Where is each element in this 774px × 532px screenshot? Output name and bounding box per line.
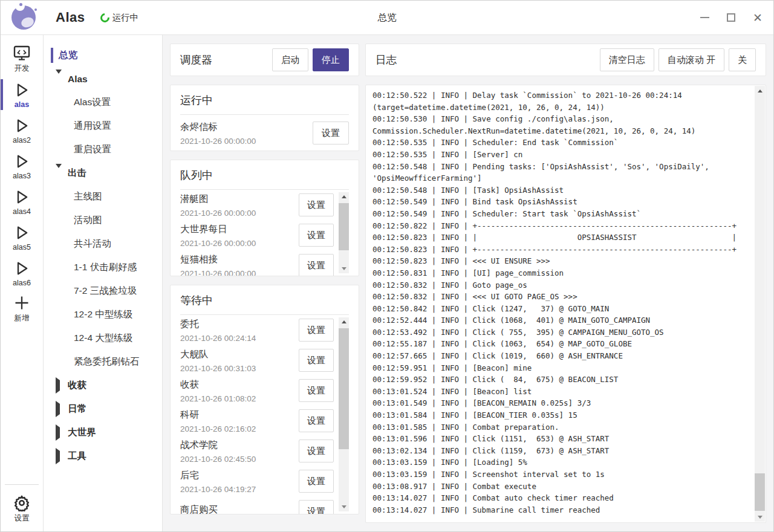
task-next-run-time: 2021-10-26 04:19:27 [180, 485, 299, 494]
menu-item[interactable]: 1-1 伏击刷好感 [44, 256, 162, 279]
menu-item[interactable]: 紧急委托刷钻石 [44, 350, 162, 374]
autoscroll-toggle-button[interactable]: 自动滚动 开 [659, 48, 724, 71]
rail-divider [5, 484, 39, 485]
log-line: 00:13:01.585 | INFO | Combat preparation… [372, 421, 750, 433]
scrollbar-thumb[interactable] [339, 203, 349, 250]
running-card: 运行中 余烬信标2021-10-26 00:00:00设置 [170, 85, 359, 151]
scrollbar-thumb[interactable] [755, 473, 765, 511]
maximize-icon[interactable] [727, 13, 735, 22]
play-icon [14, 188, 30, 206]
minimize-icon[interactable] [700, 17, 709, 18]
plus-icon [13, 294, 30, 312]
rail-item-label: 设置 [15, 513, 30, 524]
menu-item-label: Alas [68, 74, 88, 85]
scroll-down-icon[interactable] [339, 502, 349, 511]
menu-item-label: 12-4 大型练级 [74, 332, 132, 345]
chevron-right-icon [56, 427, 63, 438]
task-setting-button[interactable]: 设置 [299, 440, 334, 462]
rail-item-alas6[interactable]: alas6 [1, 255, 43, 291]
rail-item-alas5[interactable]: alas5 [1, 219, 43, 255]
menu-item[interactable]: 日常 [44, 397, 162, 421]
main-area: 开发alasalas2alas3alas4alas5alas6新增 设置 总览A… [1, 35, 773, 531]
menu-item[interactable]: Alas [44, 67, 162, 91]
rail-item-dev[interactable]: 开发 [1, 41, 43, 77]
log-line: 00:12:50.822 | INFO | +-----------------… [372, 220, 750, 232]
log-line: 00:13:02.134 | INFO | Click (1159, 673) … [372, 445, 750, 457]
menu-item[interactable]: 收获 [44, 374, 162, 397]
chevron-right-icon [56, 404, 63, 415]
menu-item[interactable]: 12-4 大型练级 [44, 326, 162, 350]
scheduler-status: 运行中 [100, 12, 138, 24]
rail-item-alas2[interactable]: alas2 [1, 112, 43, 148]
task-name: 收获 [180, 378, 299, 391]
log-line: 00:13:01.549 | INFO | [BEACON_REMAIN 0.0… [372, 397, 750, 409]
scroll-up-icon[interactable] [339, 192, 349, 201]
clear-log-button[interactable]: 清空日志 [600, 48, 654, 71]
gear-icon [13, 494, 30, 512]
task-setting-button[interactable]: 设置 [299, 379, 334, 402]
log-line: 00:13:03.159 | INFO | Screenshot interva… [372, 469, 750, 481]
scroll-up-icon[interactable] [755, 86, 765, 96]
scrollbar-thumb[interactable] [339, 328, 349, 449]
menu-item[interactable]: 主线图 [44, 185, 162, 209]
menu-item-label: 工具 [68, 450, 86, 462]
rail-item-settings[interactable]: 设置 [1, 491, 43, 527]
pending-scrollbar[interactable] [339, 192, 349, 273]
stop-button[interactable]: 停止 [313, 48, 349, 71]
menu-item-label: 活动图 [74, 214, 102, 227]
start-button[interactable]: 启动 [272, 48, 308, 71]
close-icon[interactable]: ✕ [753, 12, 763, 24]
log-line: Commission.Scheduler.NextRun=datetime.da… [372, 125, 750, 137]
scroll-up-icon[interactable] [339, 317, 349, 326]
task-setting-button[interactable]: 设置 [313, 122, 349, 144]
play-icon [14, 259, 30, 277]
menu-item[interactable]: Alas设置 [44, 91, 162, 114]
task-name: 委托 [180, 318, 299, 331]
task-next-run-time: 2021-10-26 00:00:00 [180, 137, 313, 146]
log-off-button[interactable]: 关 [729, 48, 756, 71]
running-spinner-icon [99, 11, 111, 24]
scroll-down-icon[interactable] [339, 264, 349, 273]
chevron-down-icon [56, 168, 63, 179]
menu-item[interactable]: 出击 [44, 161, 162, 185]
task-setting-button[interactable]: 设置 [299, 500, 334, 514]
task-setting-button[interactable]: 设置 [299, 319, 334, 342]
log-line: 00:12:50.831 | INFO | [UI] page_commissi… [372, 267, 750, 279]
task-next-run-time: 2021-10-26 00:00:00 [180, 209, 299, 218]
menu-item-label: 重启设置 [74, 143, 111, 156]
menu-item[interactable]: 总览 [44, 44, 162, 67]
task-next-run-time: 2021-10-26 00:00:00 [180, 239, 299, 248]
rail-item-alas3[interactable]: alas3 [1, 148, 43, 184]
menu-item[interactable]: 7-2 三战捡垃圾 [44, 279, 162, 303]
menu-item[interactable]: 重启设置 [44, 138, 162, 161]
rail-item-alas[interactable]: alas [1, 77, 43, 112]
waiting-title: 等待中 [180, 293, 349, 308]
task-setting-button[interactable]: 设置 [299, 254, 334, 276]
dev-monitor-icon [13, 44, 30, 62]
log-line: 00:12:50.549 | INFO | Bind task OpsiAshA… [372, 196, 750, 208]
menu-item[interactable]: 通用设置 [44, 114, 162, 138]
menu-item[interactable]: 共斗活动 [44, 232, 162, 256]
task-name: 大世界每日 [180, 223, 299, 236]
menu-item-label: 大世界 [68, 426, 96, 439]
rail-item-label: alas2 [13, 136, 31, 144]
log-line: 00:12:59.951 | INFO | [Beacon] mine [372, 362, 750, 374]
task-setting-button[interactable]: 设置 [299, 224, 334, 247]
waiting-scrollbar[interactable] [339, 317, 349, 511]
menu-item[interactable]: 工具 [44, 444, 162, 468]
task-setting-button[interactable]: 设置 [299, 349, 334, 372]
log-line: 00:12:52.444 | INFO | Click (1068, 401) … [372, 314, 750, 326]
log-scrollbar[interactable] [755, 86, 765, 522]
task-setting-button[interactable]: 设置 [299, 470, 334, 493]
menu-item-label: 主线图 [74, 190, 102, 203]
menu-item[interactable]: 12-2 中型练级 [44, 303, 162, 326]
rail-item-add[interactable]: 新增 [1, 291, 43, 326]
menu-item[interactable]: 大世界 [44, 421, 162, 444]
task-name: 商店购买 [180, 504, 299, 514]
menu-item[interactable]: 活动图 [44, 209, 162, 232]
rail-item-alas4[interactable]: alas4 [1, 184, 43, 219]
scroll-down-icon[interactable] [755, 512, 765, 522]
task-setting-button[interactable]: 设置 [299, 409, 334, 432]
task-setting-button[interactable]: 设置 [299, 193, 334, 216]
log-line: 00:12:50.842 | INFO | Click (1247, 37) @… [372, 303, 750, 315]
